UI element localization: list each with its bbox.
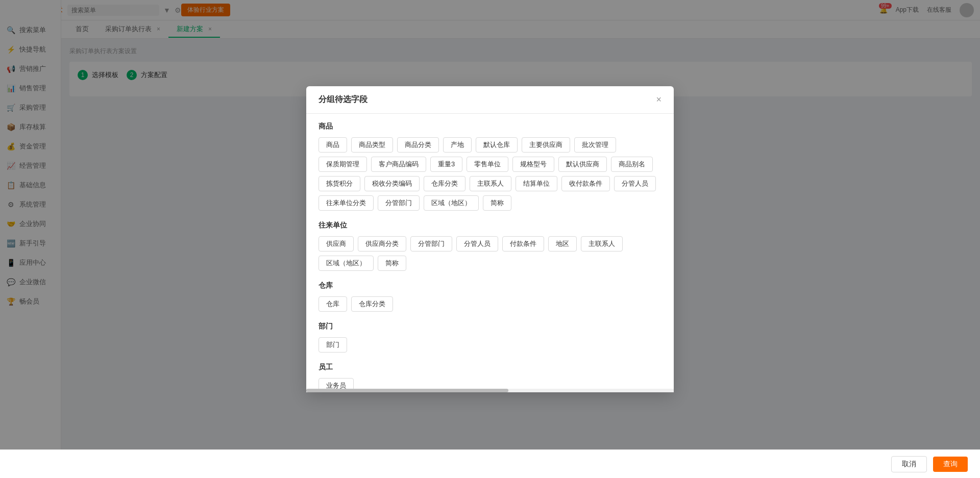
field-select-modal: 分组待选字段 × 商品 商品 商品类型 商品分类 产地 默认仓库 主要供应商 批… — [306, 86, 674, 105]
modal-title: 分组待选字段 — [318, 94, 368, 105]
modal-header: 分组待选字段 × — [306, 86, 674, 105]
modal-close-button[interactable]: × — [656, 94, 662, 105]
